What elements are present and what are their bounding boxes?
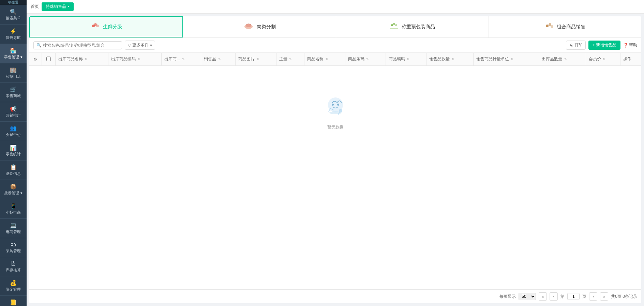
page-unit: 页 [582,294,586,300]
th-sale-unit[interactable]: 销售商品计量单位 ⇅ [473,53,539,66]
sidebar-item-label: 电商管理 [6,229,21,234]
sidebar-item-label: 快捷导航 [6,35,21,40]
sidebar-item-member-center[interactable]: 👥 会员中心 [0,122,27,141]
sort-icon: ⇅ [452,58,454,61]
th-goods-code[interactable]: 商品编码 ⇅ [386,53,426,66]
column-settings-icon[interactable]: ⚙ [33,57,37,62]
sidebar-item-retail-mall[interactable]: 🛒 零售商城 [0,83,27,102]
sidebar-item-mini-ecom[interactable]: 📱 小畅电商 [0,199,27,219]
inventory-icon: 🗄 [11,261,16,267]
tab-label: 特殊销售品 [46,4,66,10]
sidebar-item-inventory[interactable]: 🗄 库存核算 [0,257,27,276]
th-img-label: 商品图片 [238,57,255,61]
sidebar-item-basic-info[interactable]: 📋 基础信息 [0,160,27,180]
sidebar-item-label: 零售商城 [6,93,21,98]
sort-icon: ⇅ [326,58,328,61]
logo-text: 畅捷通 [8,0,18,5]
member-center-icon: 👥 [10,125,17,132]
tab-meat[interactable]: 肉类分割 [183,16,336,37]
sidebar-item-retail-stats[interactable]: 📊 零售统计 [0,141,27,160]
th-weight[interactable]: 主量 ⇅ [276,53,304,66]
sort-icon: ⇅ [85,58,87,61]
print-button[interactable]: 🖨 打印 [566,41,586,50]
meat-icon [243,22,254,32]
sort-icon: ⇅ [366,58,369,61]
sidebar-item-label: 基础信息 [6,171,21,176]
next-page-button[interactable]: › [589,292,597,301]
th-out-name[interactable]: 出库商品名称 ⇅ [55,53,108,66]
th-out-code[interactable]: 出库商品编码 ⇅ [108,53,162,66]
tab-fresh[interactable]: 生鲜分级 [29,16,183,37]
search-menu-icon: 🔍 [10,9,17,15]
search-input[interactable] [43,43,111,48]
sidebar-item-label: 会员中心 [6,132,21,137]
sidebar-logo: 畅捷通 [0,0,27,5]
th-barcode[interactable]: 商品条码 ⇅ [345,53,386,66]
table-header-row: ⚙ 出库商品名称 ⇅ 出库商品编码 ⇅ [29,53,641,66]
th-out-spec[interactable]: 出库商... ⇅ [162,53,201,66]
tab-close-button[interactable]: × [68,5,70,9]
empty-text: 暂无数据 [327,124,344,130]
add-product-button[interactable]: + 新增销售品 [588,41,620,50]
smart-store-icon: 🏬 [10,67,17,73]
retail-stats-icon: 📊 [10,144,17,151]
th-weight-label: 主量 [279,57,287,61]
th-out-qty[interactable]: 出库品数量 ⇅ [539,53,586,66]
th-ops: 操作 [620,53,641,66]
tab-scale[interactable]: 称重预包装商品 [336,16,489,37]
prev-page-button[interactable]: ‹ [550,292,558,301]
filter-arrow-icon: ▾ [150,43,152,48]
th-sale-item[interactable]: 销售品 ⇅ [201,53,236,66]
th-member-price[interactable]: 会员价 ⇅ [586,53,620,66]
sort-icon: ⇅ [138,58,140,61]
batch-mgmt-icon: 📦 [10,183,17,190]
th-settings[interactable]: ⚙ [29,53,42,66]
page-number-input[interactable] [567,293,580,300]
sort-icon: ⇅ [564,58,567,61]
sidebar-item-label: 库存核算 [6,267,21,273]
fresh-icon [91,22,100,32]
help-icon: ❓ [623,43,628,48]
svg-point-2 [96,25,99,27]
select-all-checkbox[interactable] [46,57,51,61]
content-panel: 生鲜分级 肉类分割 称重预包装商品 组合商品销售 [29,16,641,303]
th-goods-name[interactable]: 商品名称 ⇅ [304,53,345,66]
sidebar-item-sales-promo[interactable]: 📢 营销推广 [0,102,27,122]
th-ops-label: 操作 [623,57,631,61]
sidebar-item-search[interactable]: 🔍 搜索菜单 [0,5,27,25]
sidebar-item-ledger[interactable]: 📒 总账管理 [0,296,27,306]
th-out-name-label: 出库商品名称 [58,57,83,61]
sidebar-item-purchase-mgmt[interactable]: 🛍 采购管理 [0,238,27,257]
sidebar-item-batch-mgmt[interactable]: 📦 批发管理 ▾ [0,180,27,199]
svg-point-14 [332,104,334,106]
th-out-code-label: 出库商品编码 [111,57,136,61]
first-page-button[interactable]: « [539,292,547,301]
sidebar-item-smart-store[interactable]: 🏬 智慧门店 [0,63,27,83]
th-sale-qty[interactable]: 销售品数量 ⇅ [426,53,474,66]
retail-mgmt-icon: 🏪 [10,47,17,54]
th-img[interactable]: 商品图片 ⇅ [236,53,276,66]
combo-icon [544,22,554,32]
sidebar-item-ecom-mgmt[interactable]: 💻 电商管理 [0,219,27,238]
sort-icon: ⇅ [289,58,292,61]
sales-promo-icon: 📢 [10,106,17,112]
svg-point-7 [395,24,397,26]
sidebar-item-quick-nav[interactable]: ⚡ 快捷导航 [0,25,27,44]
home-link[interactable]: 首页 [31,4,39,10]
filter-button[interactable]: ▽ 更多条件 ▾ [125,41,155,50]
sidebar-item-finance[interactable]: 💰 资金管理 [0,276,27,296]
tab-combo[interactable]: 组合商品销售 [489,16,641,37]
th-sale-item-label: 销售品 [204,57,216,61]
active-tab[interactable]: 特殊销售品 × [42,2,74,11]
help-label: 帮助 [629,42,637,48]
main-content: 首页 特殊销售品 × 生鲜分级 肉类分割 [27,0,644,306]
ecom-mgmt-icon: 💻 [10,222,17,229]
sort-icon: ⇅ [407,58,409,61]
per-page-select[interactable]: 50 10 20 100 [519,293,536,300]
th-check[interactable] [42,53,55,66]
last-page-button[interactable]: » [600,292,608,301]
search-box[interactable]: 🔍 [33,41,122,49]
help-button[interactable]: ❓ 帮助 [623,42,637,48]
sidebar-item-retail-mgmt[interactable]: 🏪 零售管理 ▾ [0,44,27,63]
th-sale-qty-label: 销售品数量 [429,57,450,61]
